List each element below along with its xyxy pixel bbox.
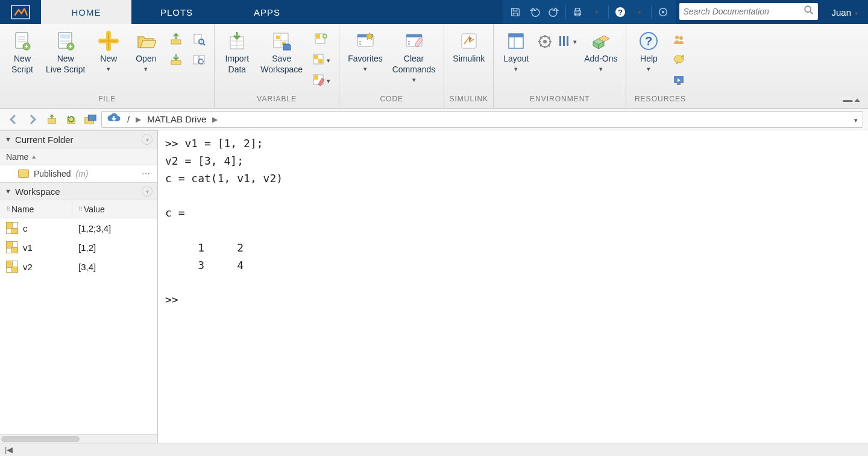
preferences-button[interactable] xyxy=(536,28,554,51)
workspace-var-row[interactable]: v2 [3,4] xyxy=(0,257,157,276)
chevron-down-icon xyxy=(363,65,367,73)
tab-apps[interactable]: APPS xyxy=(222,0,312,24)
simulink-button[interactable]: Simulink xyxy=(449,28,488,66)
new-live-script-button[interactable]: New Live Script xyxy=(42,28,89,77)
group-label-variable: VARIABLE xyxy=(215,95,339,108)
command-window-content: >> v1 = [1, 2]; v2 = [3, 4]; c = cat(1, … xyxy=(158,130,868,314)
redo-icon[interactable] xyxy=(545,3,563,21)
rewind-icon[interactable]: |◀ xyxy=(5,445,13,454)
variable-icon xyxy=(6,241,18,253)
layout-button[interactable]: Layout xyxy=(498,28,533,75)
download-icon[interactable] xyxy=(167,51,185,69)
svg-rect-16 xyxy=(60,34,70,39)
current-folder-title: Current Folder xyxy=(15,135,74,145)
parallel-button[interactable] xyxy=(556,28,578,48)
save-icon[interactable] xyxy=(506,3,524,21)
svg-text:?: ? xyxy=(618,8,623,17)
group-label-resources: RESOURCES xyxy=(626,95,694,108)
col-value[interactable]: ⠿Value xyxy=(72,200,157,218)
new-button[interactable]: New xyxy=(91,28,126,75)
col-name[interactable]: ⠿Name xyxy=(0,200,72,218)
workspace-var-row[interactable]: v1 [1,2] xyxy=(0,238,157,257)
chevron-right-icon[interactable]: ▶ xyxy=(212,115,218,124)
new-script-button[interactable]: New Script xyxy=(5,28,40,77)
search-icon[interactable] xyxy=(804,5,814,18)
chevron-right-icon[interactable]: ▶ xyxy=(136,115,141,124)
svg-point-71 xyxy=(682,55,684,57)
chevron-down-icon xyxy=(327,54,330,65)
workspace-var-row[interactable]: c [1,2;3,4] xyxy=(0,218,157,238)
chevron-down-icon xyxy=(599,65,603,73)
tab-home[interactable]: HOME xyxy=(41,0,131,24)
svg-point-54 xyxy=(543,40,547,43)
title-bar: HOME PLOTS APPS ? Juan xyxy=(0,0,868,24)
panel-menu-icon[interactable]: ▾ xyxy=(142,186,153,197)
user-menu[interactable]: Juan xyxy=(822,0,868,24)
print-icon[interactable] xyxy=(568,3,587,21)
folder-row[interactable]: Published (m) ⋯ xyxy=(0,165,157,182)
new-variable-icon[interactable] xyxy=(310,30,333,48)
help-quick-icon[interactable]: ? xyxy=(611,3,629,21)
workspace-col-headers: ⠿Name ⠿Value xyxy=(0,200,157,218)
breadcrumb-root[interactable]: / xyxy=(127,114,130,124)
group-environment: Layout Add-Ons ENVIRONMENT xyxy=(494,24,626,108)
svg-rect-64 xyxy=(563,36,565,46)
svg-rect-75 xyxy=(48,118,56,123)
command-window[interactable]: >> v1 = [1, 2]; v2 = [3, 4]; c = cat(1, … xyxy=(158,130,868,443)
community-icon[interactable] xyxy=(670,30,688,48)
import-data-button[interactable]: Import Data xyxy=(219,28,254,77)
save-workspace-button[interactable]: Save Workspace xyxy=(257,28,306,77)
svg-point-8 xyxy=(805,6,811,12)
nav-browse-icon[interactable] xyxy=(82,111,99,128)
svg-rect-48 xyxy=(406,34,422,37)
collapse-icon[interactable]: ▼ xyxy=(5,136,11,143)
folder-icon xyxy=(18,169,29,178)
upload-icon[interactable] xyxy=(167,30,185,48)
svg-rect-78 xyxy=(88,115,96,120)
search-input[interactable] xyxy=(683,7,804,16)
address-dropdown-icon[interactable] xyxy=(854,114,858,124)
addons-button[interactable]: Add-Ons xyxy=(580,28,621,75)
search-documentation xyxy=(679,3,818,20)
svg-point-7 xyxy=(662,11,665,14)
open-variable-icon[interactable] xyxy=(310,51,333,69)
group-resources: ? Help RESOURCES xyxy=(626,24,694,108)
nav-refresh-icon[interactable] xyxy=(63,111,80,128)
collapse-icon[interactable]: ▼ xyxy=(5,188,11,195)
group-label-code: CODE xyxy=(339,95,444,108)
chevron-down-icon xyxy=(855,7,858,17)
open-button[interactable]: Open xyxy=(128,28,163,75)
compare-icon[interactable] xyxy=(190,51,208,69)
help-dropdown-icon[interactable] xyxy=(631,3,649,21)
nav-forward-icon[interactable] xyxy=(24,111,41,128)
clear-commands-button[interactable]: Clear Commands xyxy=(389,28,439,86)
current-folder-col-header[interactable]: Name▲ xyxy=(0,148,157,165)
help-button[interactable]: ? Help xyxy=(631,28,666,75)
undo-icon[interactable] xyxy=(526,3,544,21)
scrollbar-horizontal[interactable] xyxy=(0,434,157,443)
clear-workspace-icon[interactable] xyxy=(310,71,333,89)
favorites-button[interactable]: Favorites xyxy=(344,28,386,75)
svg-rect-25 xyxy=(193,55,198,64)
tab-plots[interactable]: PLOTS xyxy=(131,0,222,24)
address-bar: / ▶ MATLAB Drive ▶ xyxy=(0,109,868,130)
nav-back-icon[interactable] xyxy=(5,111,22,128)
status-bar: |◀ xyxy=(0,443,868,456)
breadcrumb-drive[interactable]: MATLAB Drive xyxy=(147,114,206,124)
svg-rect-2 xyxy=(576,8,580,11)
request-support-icon[interactable] xyxy=(670,51,688,69)
print-dropdown-icon[interactable] xyxy=(588,3,606,21)
find-files-icon[interactable] xyxy=(190,30,208,48)
variable-icon xyxy=(6,261,18,273)
nav-up-icon[interactable] xyxy=(43,111,60,128)
collapse-toolstrip-icon[interactable]: ▬▲ xyxy=(843,97,862,104)
cloud-icon[interactable] xyxy=(107,113,121,125)
app-logo xyxy=(0,0,41,24)
svg-rect-44 xyxy=(314,75,318,80)
more-icon[interactable]: ⋯ xyxy=(142,169,150,179)
target-icon[interactable] xyxy=(654,3,672,21)
workspace-header: ▼ Workspace ▾ xyxy=(0,182,157,200)
panel-menu-icon[interactable]: ▾ xyxy=(142,134,153,145)
learn-matlab-icon[interactable] xyxy=(670,71,688,89)
group-label-environment: ENVIRONMENT xyxy=(494,95,626,108)
